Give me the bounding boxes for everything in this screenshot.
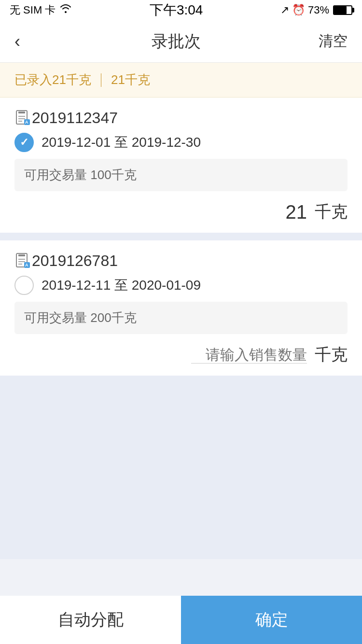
info-divider bbox=[101, 73, 101, 87]
doc-icon-1: A bbox=[14, 110, 32, 127]
svg-rect-8 bbox=[18, 254, 25, 256]
batch-date-1: 2019-12-01 至 2019-12-30 bbox=[42, 133, 201, 152]
clear-button[interactable]: 清空 bbox=[309, 31, 348, 51]
amount-row-1: 21 千克 bbox=[0, 191, 362, 233]
battery-percent: 73% bbox=[308, 4, 329, 16]
bottom-bar: 自动分配 确定 bbox=[0, 596, 362, 644]
wifi-icon bbox=[59, 4, 72, 16]
sim-text: 无 SIM 卡 bbox=[10, 3, 56, 17]
batch-item-2: A 2019126781 2019-12-11 至 2020-01-09 可用交… bbox=[0, 240, 362, 334]
doc-icon-2: A bbox=[14, 252, 32, 270]
avail-row-2: 可用交易量 200千克 bbox=[14, 302, 348, 334]
batch-card-1: A 2019112347 2019-12-01 至 2019-12-30 可用交… bbox=[0, 98, 362, 233]
alarm-icon: ⏰ bbox=[292, 4, 305, 16]
recorded-label: 已录入21千克 bbox=[14, 71, 91, 88]
gray-area bbox=[0, 376, 362, 559]
amount-unit-1: 千克 bbox=[315, 201, 348, 223]
page-title: 录批次 bbox=[152, 30, 201, 53]
batch-id-2: 2019126781 bbox=[32, 252, 118, 270]
input-row-2: 千克 bbox=[0, 334, 362, 376]
batch-date-2: 2019-12-11 至 2020-01-09 bbox=[42, 276, 201, 294]
batch-header-1: A 2019112347 bbox=[14, 109, 348, 127]
batch-item-1: A 2019112347 2019-12-01 至 2019-12-30 可用交… bbox=[0, 98, 362, 191]
svg-rect-1 bbox=[18, 112, 25, 113]
input-unit-2: 千克 bbox=[315, 344, 348, 366]
svg-text:A: A bbox=[25, 263, 28, 267]
avail-row-1: 可用交易量 100千克 bbox=[14, 159, 348, 191]
quantity-input-2[interactable] bbox=[191, 347, 307, 364]
card-divider bbox=[0, 233, 362, 240]
batch-id-1: 2019112347 bbox=[32, 109, 118, 127]
radio-check-1[interactable] bbox=[14, 133, 34, 152]
batch-date-row-2[interactable]: 2019-12-11 至 2020-01-09 bbox=[14, 276, 348, 295]
batch-date-row-1[interactable]: 2019-12-01 至 2019-12-30 bbox=[14, 133, 348, 152]
radio-check-2[interactable] bbox=[14, 276, 34, 295]
nav-bar: ‹ 录批次 清空 bbox=[0, 20, 362, 63]
battery-icon bbox=[333, 5, 352, 15]
status-left: 无 SIM 卡 bbox=[10, 3, 72, 17]
status-time: 下午3:04 bbox=[150, 1, 203, 19]
auto-distribute-button[interactable]: 自动分配 bbox=[0, 596, 181, 644]
info-banner: 已录入21千克 21千克 bbox=[0, 63, 362, 98]
confirm-button[interactable]: 确定 bbox=[181, 596, 362, 644]
batch-card-2: A 2019126781 2019-12-11 至 2020-01-09 可用交… bbox=[0, 240, 362, 376]
gps-icon: ↗ bbox=[280, 4, 289, 16]
batch-header-2: A 2019126781 bbox=[14, 252, 348, 270]
status-right: ↗ ⏰ 73% bbox=[280, 4, 352, 16]
status-bar: 无 SIM 卡 下午3:04 ↗ ⏰ 73% bbox=[0, 0, 362, 20]
recorded-value: 21千克 bbox=[111, 71, 150, 88]
svg-text:A: A bbox=[25, 120, 28, 125]
back-button[interactable]: ‹ bbox=[14, 31, 43, 52]
amount-number-1: 21 bbox=[286, 201, 307, 223]
